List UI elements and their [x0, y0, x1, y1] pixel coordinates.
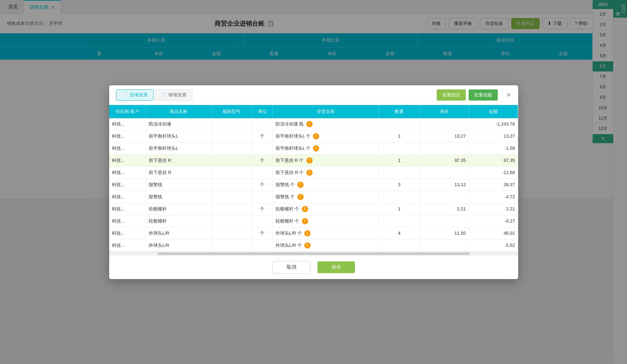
cell-amount: 39.37	[469, 179, 518, 191]
cell-inventory: 轮毂螺杆 个 !	[272, 215, 379, 227]
invoice-out-icon: 📄	[161, 92, 166, 97]
cell-amount: -1,243.76	[469, 118, 518, 130]
cell-supplier: 科技...	[109, 166, 146, 179]
table-row: 科技... 防冻冷却液 防冻冷却液 瓶 ! -1,243.76	[109, 118, 518, 130]
cell-supplier: 科技...	[109, 203, 146, 215]
cell-qty: 1	[379, 203, 420, 215]
cell-product: 前平衡杆球头L	[146, 142, 211, 154]
cell-supplier: 科技...	[109, 191, 146, 203]
col-qty: 数量	[379, 105, 420, 118]
table-row: 科技... 前平衡杆球头L 前平衡杆球头L 个 ! -1.59	[109, 142, 518, 154]
table-row: 科技... 前平衡杆球头L 个 前平衡杆球头L 个 ! 1 13.27 13.2…	[109, 130, 518, 142]
cell-product: 前平衡杆球头L	[146, 130, 211, 142]
cell-spec	[211, 179, 252, 191]
cell-unit: 个	[252, 203, 272, 215]
dialog-close-button[interactable]: ✕	[506, 91, 511, 99]
cell-price	[420, 166, 469, 179]
tab-incoming-invoice[interactable]: 📄 进项发票	[116, 89, 154, 101]
dialog-tabs: 📄 进项发票 📄 销项发票	[116, 89, 192, 101]
cell-inventory: 前下悬挂 R 个 !	[272, 166, 379, 179]
table-body: 科技... 防冻冷却液 防冻冷却液 瓶 ! -1,243.76	[109, 118, 518, 252]
cell-inventory: 报警线 个 !	[272, 179, 379, 191]
cell-qty	[379, 118, 420, 130]
cell-supplier: 科技...	[109, 142, 146, 154]
cell-price: 13.12	[420, 179, 469, 191]
cell-product: 防冻冷却液	[146, 118, 211, 130]
cell-price	[420, 118, 469, 130]
warning-icon: !	[297, 194, 304, 200]
warning-icon: !	[302, 218, 308, 224]
dialog-header: 📄 进项发票 📄 销项发票 批量指定 批量创建 ✕	[109, 85, 518, 105]
table-row: 科技... 轮毂螺杆 个 轮毂螺杆 个 ! 1 2.21 2.21	[109, 203, 518, 215]
warning-icon: !	[313, 145, 319, 151]
table-row: 科技... 外球头L/R 个 外球头L/R 个 ! 4 11.50 46.01	[109, 227, 518, 239]
col-unit: 单位	[252, 105, 272, 118]
scrollbar-thumb[interactable]	[158, 252, 470, 255]
invoice-in-icon: 📄	[122, 92, 128, 97]
col-product: 商品名称	[146, 105, 211, 118]
cell-unit: 个	[252, 179, 272, 191]
cell-inventory: 报警线 个 !	[272, 191, 379, 203]
cell-qty: 1	[379, 130, 420, 142]
cell-supplier: 科技...	[109, 239, 146, 251]
table-header: 供应商/客户 商品名称 规格型号 单位 存货名称 数量 单价 金额	[109, 105, 518, 118]
dialog: 📄 进项发票 📄 销项发票 批量指定 批量创建 ✕	[109, 85, 518, 279]
cell-product: 外球头L/R	[146, 239, 211, 251]
cell-spec	[211, 118, 252, 130]
warning-icon: !	[306, 157, 313, 164]
col-inventory: 存货名称	[272, 105, 379, 118]
cell-qty	[379, 215, 420, 227]
col-supplier: 供应商/客户	[109, 105, 146, 118]
batch-create-button[interactable]: 批量创建	[469, 89, 498, 101]
horizontal-scrollbar[interactable]	[109, 252, 518, 255]
cell-spec	[211, 166, 252, 179]
cell-price	[420, 239, 469, 251]
cell-product: 轮毂螺杆	[146, 203, 211, 215]
cell-price: 11.50	[420, 227, 469, 239]
cell-amount: -0.27	[469, 215, 518, 227]
cell-supplier: 科技...	[109, 154, 146, 166]
cell-product: 报警线	[146, 179, 211, 191]
tab-outgoing-label: 销项发票	[168, 92, 186, 98]
cell-inventory: 前平衡杆球头L 个 !	[272, 142, 379, 154]
cell-amount: -4.72	[469, 191, 518, 203]
cell-product: 前下悬挂 R	[146, 166, 211, 179]
table-row: 科技... 轮毂螺杆 轮毂螺杆 个 ! -0.27	[109, 215, 518, 227]
cell-inventory: 前平衡杆球头L 个 !	[272, 130, 379, 142]
table-row: 科技... 前下悬挂 R 前下悬挂 R 个 ! -11.68	[109, 166, 518, 179]
cell-unit	[252, 142, 272, 154]
save-button[interactable]: 保存	[317, 261, 355, 273]
batch-assign-button[interactable]: 批量指定	[437, 89, 466, 101]
cell-unit	[252, 215, 272, 227]
cell-qty	[379, 166, 420, 179]
cell-amount: 97.35	[469, 154, 518, 166]
cell-unit: 个	[252, 130, 272, 142]
warning-icon: !	[304, 230, 311, 236]
warning-icon: !	[297, 182, 304, 188]
cell-price	[420, 215, 469, 227]
cell-price: 2.21	[420, 203, 469, 215]
cell-spec	[211, 239, 252, 251]
cell-inventory: 前下悬挂 R 个 !	[272, 154, 379, 166]
cell-amount: 13.27	[469, 130, 518, 142]
cell-price: 97.35	[420, 154, 469, 166]
cell-inventory: 外球头L/R 个 !	[272, 239, 379, 251]
cell-amount: -1.59	[469, 142, 518, 154]
cell-qty	[379, 191, 420, 203]
cell-price	[420, 191, 469, 203]
cell-amount: 2.21	[469, 203, 518, 215]
cell-product: 前下悬挂 R	[146, 154, 211, 166]
cancel-button[interactable]: 取消	[272, 261, 311, 274]
dialog-overlay: 📄 进项发票 📄 销项发票 批量指定 批量创建 ✕	[0, 0, 627, 364]
col-price: 单价	[420, 105, 469, 118]
cell-spec	[211, 142, 252, 154]
tab-outgoing-invoice[interactable]: 📄 销项发票	[155, 89, 192, 101]
cell-product: 报警线	[146, 191, 211, 203]
cell-supplier: 科技...	[109, 227, 146, 239]
cell-supplier: 科技...	[109, 130, 146, 142]
dialog-footer: 取消 保存	[109, 255, 518, 279]
cell-inventory: 防冻冷却液 瓶 !	[272, 118, 379, 130]
cell-amount: 46.01	[469, 227, 518, 239]
dialog-header-actions: 批量指定 批量创建	[437, 89, 498, 101]
tab-incoming-label: 进项发票	[130, 92, 148, 98]
